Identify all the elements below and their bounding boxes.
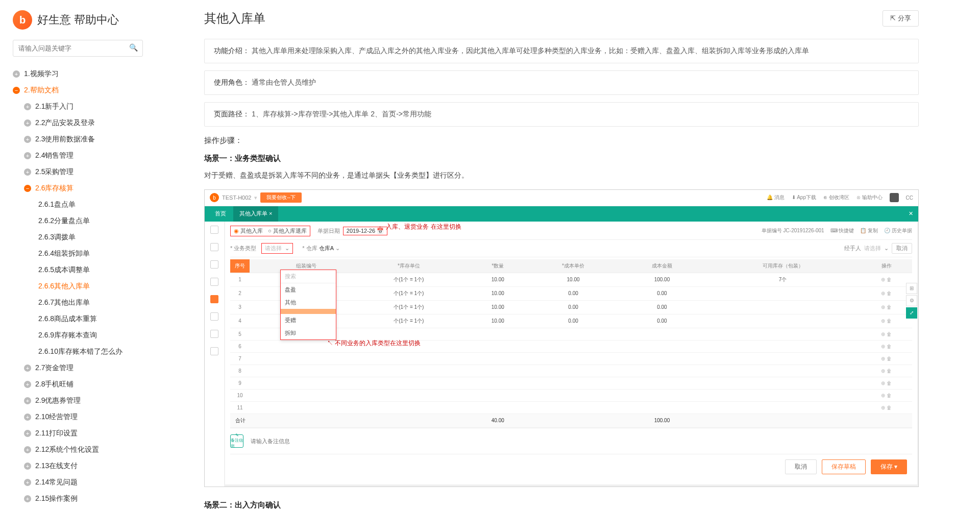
ss-nav-icon[interactable] (210, 226, 218, 234)
ss-shortcut-link[interactable]: ⌨ 快捷键 (830, 227, 854, 234)
ss-dropdown-search[interactable]: 搜索 (281, 270, 336, 283)
nav-item[interactable]: 2.6.3调拨单 (13, 229, 143, 246)
nav-item[interactable]: 2.6.2分量盘点单 (13, 213, 143, 229)
plus-icon (13, 70, 20, 78)
ss-side-button-active[interactable]: ⤢ (906, 307, 917, 319)
table-sum-row: 合计40.00100.00 (230, 414, 912, 427)
ss-tab-active[interactable]: 其他入库单 × (233, 206, 278, 222)
nav-item[interactable]: 2.9优惠券管理 (13, 393, 143, 409)
nav-item[interactable]: 2.3使用前数据准备 (13, 131, 143, 148)
annotation-2: ↖ 不同业务的入库类型在这里切换 (327, 339, 421, 348)
ss-biztype-select[interactable]: 请选择⌄ (261, 243, 293, 254)
nav-item[interactable]: 2.6.1盘点单 (13, 197, 143, 213)
nav-item-label: 2.12系统个性化设置 (35, 445, 99, 453)
ss-dropdown-item[interactable]: 盘盈 (281, 283, 336, 296)
table-row[interactable]: 10⊕ 🗑 (230, 389, 912, 401)
ss-cancel-button[interactable]: 取消 (785, 459, 817, 474)
main-content: 其他入库单 ⇱ 分享 功能介绍：其他入库单用来处理除采购入库、产成品入库之外的其… (153, 0, 949, 510)
nav-item[interactable]: 2.6.10库存账本错了怎么办 (13, 344, 143, 360)
ss-avatar-icon[interactable] (890, 193, 899, 202)
ss-dropdown-item-highlighted[interactable] (281, 309, 336, 314)
nav-item[interactable]: 2.帮助文档 (13, 82, 143, 99)
nav-item-label: 1.视频学习 (24, 69, 59, 78)
ss-top-link[interactable]: ⬇ App下载 (792, 194, 816, 201)
ss-copy-link[interactable]: 📋 复制 (860, 227, 878, 234)
ss-save-button[interactable]: 保存 ▾ (871, 459, 907, 474)
ss-side-button[interactable]: ⊞ (906, 283, 917, 294)
ss-biztype-label: * 业务类型 (230, 245, 256, 252)
plus-icon (24, 430, 31, 437)
ss-top-link[interactable]: ⊕ 创收湾区 (823, 194, 849, 201)
table-row[interactable]: 8⊕ 🗑 (230, 365, 912, 377)
ss-nav-icon[interactable] (210, 278, 218, 286)
nav-item-label: 2.2产品安装及登录 (35, 118, 95, 127)
ss-dropdown-item[interactable]: 受赠 (281, 314, 336, 327)
nav-item-label: 2.6.2分量盘点单 (38, 216, 90, 225)
nav-item[interactable]: 2.6.9库存账本查询 (13, 327, 143, 344)
ss-nav-icon[interactable] (210, 330, 218, 338)
nav-item-label: 2.4销售管理 (35, 151, 74, 159)
ss-top-link[interactable]: 🔔 消息 (767, 194, 785, 201)
ss-cancel-small-button[interactable]: 取消 (892, 243, 912, 254)
ss-remark-input[interactable] (249, 436, 912, 446)
ss-side-toolbar: ⊞ ⚙ ⤢ (906, 283, 917, 319)
ss-nav-icon[interactable] (210, 312, 218, 321)
nav-item[interactable]: 2.8手机旺铺 (13, 376, 143, 393)
nav-item[interactable]: 2.4销售管理 (13, 148, 143, 164)
ss-topbar: b TEST-H002 ▾ 我要创收--下 🔔 消息 ⬇ App下载 ⊕ 创收湾… (205, 190, 918, 206)
nav-item[interactable]: 2.12系统个性化设置 (13, 442, 143, 458)
nav-item[interactable]: 2.2产品安装及登录 (13, 115, 143, 131)
ss-history-link[interactable]: 🕘 历史单据 (884, 227, 912, 234)
nav-item[interactable]: 2.6.8商品成本重算 (13, 311, 143, 327)
nav-item-label: 2.11打印设置 (35, 429, 78, 437)
plus-icon (24, 495, 31, 502)
nav-item[interactable]: 2.6库存核算 (13, 180, 143, 197)
nav-item[interactable]: 2.5采购管理 (13, 164, 143, 180)
nav-item[interactable]: 1.视频学习 (13, 66, 143, 82)
nav-item[interactable]: 2.6.5成本调整单 (13, 262, 143, 278)
ss-header-row: ◉ 其他入库 ○ 其他入库退库 单据日期 2019-12-26 📅 单据编号 J… (230, 226, 912, 240)
nav-item-label: 2.6.3调拨单 (38, 233, 76, 241)
ss-dropdown-item[interactable]: 拆卸 (281, 327, 336, 339)
nav-item[interactable]: 2.1新手入门 (13, 99, 143, 115)
plus-icon (24, 463, 31, 470)
nav-item[interactable]: 2.6.4组装拆卸单 (13, 246, 143, 262)
nav-item[interactable]: 2.6.7其他出库单 (13, 295, 143, 311)
ss-nav-icon[interactable] (210, 260, 218, 269)
ss-doc-code: JC-20191226-001 (783, 228, 824, 233)
ss-revenue-button[interactable]: 我要创收--下 (260, 192, 302, 203)
ss-tab-home[interactable]: 首页 (209, 206, 232, 222)
table-row[interactable]: 9⊕ 🗑 (230, 377, 912, 389)
table-row[interactable]: 11⊕ 🗑 (230, 401, 912, 414)
embedded-screenshot: b TEST-H002 ▾ 我要创收--下 🔔 消息 ⬇ App下载 ⊕ 创收湾… (204, 189, 919, 487)
nav-item[interactable]: 2.15操作案例 (13, 491, 143, 507)
ss-dropdown-item[interactable]: 其他 (281, 296, 336, 309)
nav-item[interactable]: 2.14常见问题 (13, 474, 143, 491)
nav-item[interactable]: 2.10经营管理 (13, 409, 143, 425)
ss-nav-icon[interactable] (210, 347, 218, 355)
nav-item[interactable]: 2.11打印设置 (13, 425, 143, 442)
ss-nav-icon[interactable] (210, 243, 218, 251)
ss-type-radio-group[interactable]: ◉ 其他入库 ○ 其他入库退库 (230, 226, 310, 236)
minus-icon (24, 185, 31, 192)
search-input[interactable] (13, 40, 143, 57)
nav-item-label: 2.15操作案例 (35, 494, 78, 502)
info-function-text: 其他入库单用来处理除采购入库、产成品入库之外的其他入库业务，因此其他入库单可处理… (252, 46, 809, 55)
ss-handler-input[interactable]: 请选择 (864, 245, 881, 252)
nav-item[interactable]: 2.13在线支付 (13, 458, 143, 474)
ss-tab-close-icon[interactable]: ✕ (909, 210, 918, 217)
nav-item[interactable]: 2.7资金管理 (13, 360, 143, 376)
ss-draft-button[interactable]: 保存草稿 (822, 459, 866, 474)
ss-top-link[interactable]: ⊙ 输助中心 (856, 194, 883, 201)
info-path-label: 页面路径： (214, 110, 250, 118)
page-title-row: 其他入库单 ⇱ 分享 (204, 10, 919, 27)
nav-item[interactable]: 2.6.6其他入库单 (13, 278, 143, 295)
ss-side-button[interactable]: ⚙ (906, 295, 917, 306)
table-row[interactable]: 7⊕ 🗑 (230, 352, 912, 365)
search-icon[interactable]: 🔍 (129, 43, 138, 52)
share-button[interactable]: ⇱ 分享 (883, 10, 919, 27)
ss-nav-icon-active[interactable] (210, 295, 218, 303)
info-path-text: 1、库存核算->库存管理->其他入库单 2、首页->常用功能 (252, 110, 431, 118)
share-label: 分享 (898, 14, 911, 22)
plus-icon (24, 479, 31, 486)
